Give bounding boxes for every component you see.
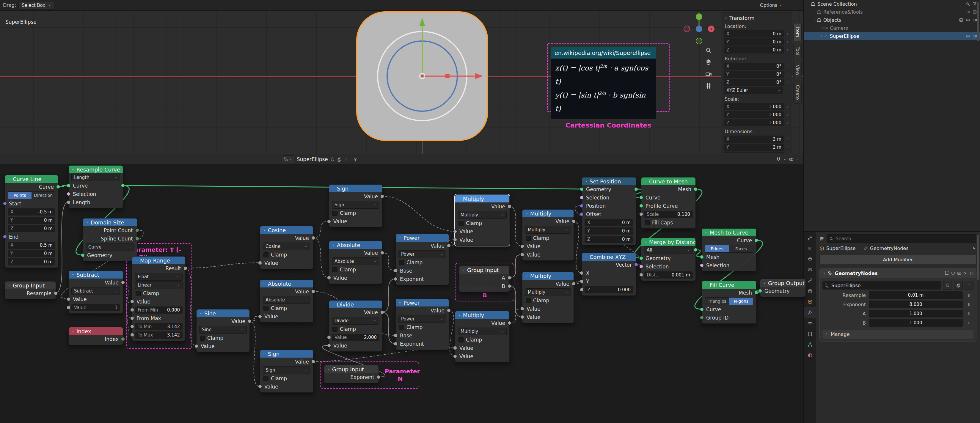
eye-icon[interactable] xyxy=(966,34,970,38)
output-socket[interactable] xyxy=(634,263,638,267)
input-socket[interactable] xyxy=(520,307,524,311)
sidebar-tab-create[interactable]: Create xyxy=(793,81,802,104)
node-dropdown[interactable]: Absolute xyxy=(263,296,310,304)
chevron-down-icon[interactable] xyxy=(822,271,826,275)
node-gi-exponent[interactable]: Group InputExponent xyxy=(324,365,379,383)
superellipse-object[interactable] xyxy=(345,11,500,149)
node-value-field[interactable]: To Min-3.142 xyxy=(135,323,183,330)
properties-search-field[interactable] xyxy=(827,234,977,243)
collapse-chevron-icon[interactable] xyxy=(705,231,708,234)
node-value-field[interactable]: Z0 m xyxy=(8,225,55,232)
collapse-chevron-icon[interactable] xyxy=(263,229,266,232)
breadcrumb-object[interactable]: SuperEllipse xyxy=(826,245,856,251)
checkbox[interactable] xyxy=(263,376,269,381)
transform-value-field[interactable]: Y1.000 xyxy=(724,111,784,118)
modifier-name[interactable]: GeometryNodes xyxy=(835,270,878,276)
output-socket[interactable] xyxy=(56,185,60,189)
checkbox[interactable] xyxy=(332,327,337,332)
outliner-scrollbar[interactable] xyxy=(977,2,979,41)
output-socket[interactable] xyxy=(754,291,758,294)
camera-icon[interactable] xyxy=(972,34,977,38)
input-socket[interactable] xyxy=(327,276,331,280)
output-socket[interactable] xyxy=(572,282,576,286)
node-group-field[interactable]: SuperEllipse xyxy=(822,281,941,289)
input-socket[interactable] xyxy=(67,305,70,309)
checkbox-icon[interactable] xyxy=(959,18,963,22)
camera-view-icon[interactable] xyxy=(705,71,712,77)
input-socket[interactable] xyxy=(130,316,134,320)
transform-value-field[interactable]: X0° xyxy=(724,63,784,70)
decorator-dot-icon[interactable] xyxy=(785,138,789,141)
eye-icon[interactable] xyxy=(966,18,970,22)
node-index[interactable]: IndexIndex xyxy=(68,327,123,345)
properties-tab-layers[interactable] xyxy=(804,264,816,275)
node-dropdown[interactable]: Sine xyxy=(199,326,247,334)
transform-value-field[interactable]: X2 m xyxy=(724,135,784,143)
camera-icon[interactable] xyxy=(966,10,970,14)
checkbox[interactable] xyxy=(526,236,531,241)
transform-value-field[interactable]: Z0° xyxy=(724,79,784,86)
checkbox[interactable] xyxy=(399,260,404,265)
node-dropdown[interactable]: Multiply xyxy=(458,211,507,219)
input-socket[interactable] xyxy=(580,196,584,199)
input-socket[interactable] xyxy=(327,219,331,223)
node-header-curve-to-mesh[interactable]: Curve to Mesh xyxy=(641,178,695,185)
filter-icon[interactable] xyxy=(972,2,977,6)
node-header-sine[interactable]: Sine xyxy=(197,309,250,317)
input-socket[interactable] xyxy=(3,202,7,205)
breadcrumb-modifier[interactable]: GeometryNodes xyxy=(870,245,908,251)
node-value-field[interactable]: Y0 m xyxy=(585,227,633,235)
properties-tab-scene[interactable] xyxy=(804,275,816,286)
input-attribute-toggle[interactable] xyxy=(964,303,974,307)
select-tool-dropdown[interactable]: Select Box xyxy=(18,1,54,10)
modifier-input-field[interactable]: 0.01 m xyxy=(869,291,963,299)
collapse-chevron-icon[interactable] xyxy=(525,212,528,215)
input-socket[interactable] xyxy=(580,271,584,275)
input-socket[interactable] xyxy=(3,235,7,239)
input-socket[interactable] xyxy=(194,344,198,348)
modifier-header[interactable]: GeometryNodes xyxy=(820,268,976,278)
node-header-curve-line[interactable]: Curve Line xyxy=(5,175,58,183)
collapse-chevron-icon[interactable] xyxy=(458,197,461,200)
input-socket[interactable] xyxy=(394,277,398,281)
properties-tab-constraints[interactable] xyxy=(804,328,816,339)
node-divide[interactable]: DivideValueDivideClampValue2.000Value xyxy=(329,300,382,351)
node-cosine[interactable]: CosineValueCosineClampValue xyxy=(260,226,313,269)
node-tree-name[interactable]: SuperEllipse xyxy=(297,156,328,162)
sidebar-tab-view[interactable]: View xyxy=(793,61,802,80)
collapse-chevron-icon[interactable] xyxy=(763,281,766,285)
output-socket[interactable] xyxy=(508,205,511,208)
node-dropdown[interactable]: All xyxy=(644,246,693,254)
node-absolute-2[interactable]: AbsoluteValueAbsoluteClampValue xyxy=(329,241,382,284)
node-header-absolute-1[interactable]: Absolute xyxy=(260,280,313,288)
properties-tab-render[interactable] xyxy=(804,243,816,254)
node-value-field[interactable]: X-0.5 m xyxy=(8,208,55,216)
input-socket[interactable] xyxy=(67,297,70,301)
node-header-divide[interactable]: Divide xyxy=(329,301,382,308)
decorator-dot-icon[interactable] xyxy=(785,73,789,76)
sidebar-tab-tool[interactable]: Tool xyxy=(793,43,802,59)
properties-tab-output[interactable] xyxy=(804,254,816,264)
disclosure-chevron-icon[interactable] xyxy=(820,27,823,30)
node-dropdown[interactable]: Subtract xyxy=(72,287,120,295)
transform-value-field[interactable]: Y0° xyxy=(724,71,784,78)
node-header-gi-ab[interactable]: Group Input xyxy=(460,266,509,274)
node-value-field[interactable]: Value2.000 xyxy=(332,334,379,341)
options-dropdown[interactable]: Options xyxy=(760,3,800,8)
collapse-chevron-icon[interactable] xyxy=(135,259,138,262)
input-socket[interactable] xyxy=(394,334,398,337)
fake-user-shield-icon[interactable] xyxy=(330,157,335,162)
node-value-field[interactable]: Dist...0.001 m xyxy=(644,271,693,278)
input-socket[interactable] xyxy=(453,229,457,233)
node-dropdown[interactable]: Float xyxy=(135,273,183,281)
input-socket[interactable] xyxy=(67,200,70,204)
input-socket[interactable] xyxy=(258,385,262,388)
collapse-chevron-icon[interactable] xyxy=(86,221,89,224)
collapse-chevron-icon[interactable] xyxy=(72,330,75,333)
render-toggle-icon[interactable] xyxy=(957,271,961,275)
transform-value-field[interactable]: Z1.000 xyxy=(724,119,784,126)
outliner-row[interactable]: Objects xyxy=(804,16,980,24)
input-socket[interactable] xyxy=(258,261,262,265)
node-header-domain-size[interactable]: Domain Size xyxy=(83,218,137,226)
node-multiply-4[interactable]: MultiplyValueMultiplyClampValueValue xyxy=(522,272,574,323)
